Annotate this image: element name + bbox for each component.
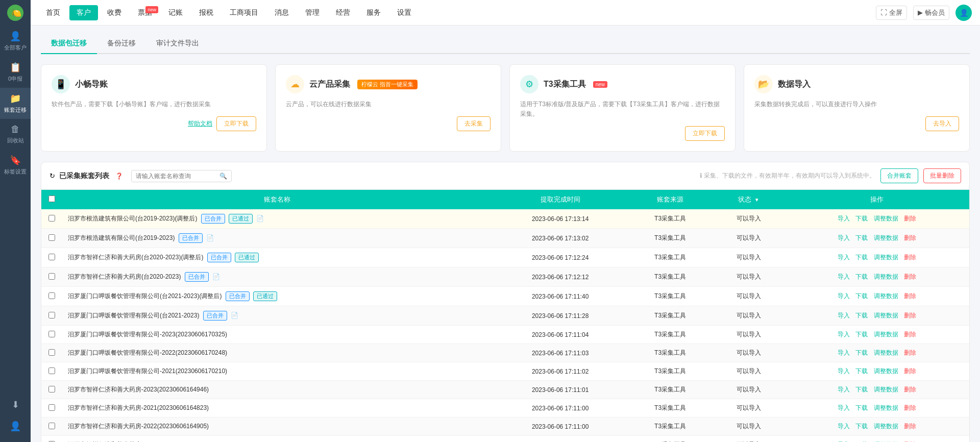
topnav-message[interactable]: 消息 — [267, 5, 296, 20]
action-adjust[interactable]: 调整数据 — [874, 404, 898, 411]
select-all-checkbox[interactable] — [48, 195, 55, 202]
topnav-operation[interactable]: 经营 — [329, 5, 357, 20]
action-adjust[interactable]: 调整数据 — [874, 254, 898, 261]
action-download[interactable]: 下载 — [855, 331, 868, 338]
fullscreen-button[interactable]: ⛶ 全屏 — [876, 6, 907, 20]
action-download[interactable]: 下载 — [855, 404, 868, 411]
action-delete[interactable]: 删除 — [904, 423, 916, 430]
action-import[interactable]: 导入 — [838, 254, 850, 261]
action-download[interactable]: 下载 — [855, 234, 868, 241]
row-checkbox[interactable] — [48, 404, 55, 411]
row-checkbox[interactable] — [48, 349, 55, 356]
tab-audit-export[interactable]: 审计文件导出 — [146, 34, 209, 54]
action-adjust[interactable]: 调整数据 — [874, 292, 898, 300]
action-adjust[interactable]: 调整数据 — [874, 423, 898, 430]
action-adjust[interactable]: 调整数据 — [874, 273, 898, 280]
action-import[interactable]: 导入 — [838, 331, 850, 338]
sidebar-download[interactable]: ⬇ — [0, 394, 31, 415]
app-logo[interactable]: 🍋 — [0, 0, 31, 26]
batch-delete-btn[interactable]: 批量删除 — [923, 168, 961, 183]
file-icon[interactable]: 📄 — [256, 215, 264, 222]
action-download[interactable]: 下载 — [855, 367, 868, 375]
action-download[interactable]: 下载 — [855, 349, 868, 356]
sidebar-item-tag-settings[interactable]: 🔖 标签设置 — [0, 150, 31, 181]
action-delete[interactable]: 删除 — [904, 234, 916, 241]
action-download[interactable]: 下载 — [855, 292, 868, 300]
topnav-accounting[interactable]: 记账 — [161, 5, 190, 20]
row-checkbox[interactable] — [48, 423, 55, 429]
sidebar-item-account-migrate[interactable]: 📁 账套迁移 — [0, 88, 31, 119]
action-adjust[interactable]: 调整数据 — [874, 349, 898, 356]
row-checkbox[interactable] — [48, 367, 55, 374]
merge-btn[interactable]: 合并账套 — [880, 168, 918, 183]
action-download[interactable]: 下载 — [855, 312, 868, 319]
tab-data-migrate[interactable]: 数据包迁移 — [41, 34, 97, 54]
row-checkbox[interactable] — [48, 331, 55, 337]
row-checkbox[interactable] — [48, 312, 55, 318]
topnav-service[interactable]: 服务 — [359, 5, 388, 20]
action-delete[interactable]: 删除 — [904, 404, 916, 411]
search-input[interactable] — [136, 173, 217, 180]
action-delete[interactable]: 删除 — [904, 367, 916, 375]
action-delete[interactable]: 删除 — [904, 312, 916, 319]
action-download[interactable]: 下载 — [855, 273, 868, 280]
action-delete[interactable]: 删除 — [904, 273, 916, 280]
action-import[interactable]: 导入 — [838, 349, 850, 356]
row-checkbox[interactable] — [48, 386, 55, 392]
action-adjust[interactable]: 调整数据 — [874, 367, 898, 375]
sidebar-user[interactable]: 👤 — [0, 415, 31, 437]
avatar[interactable]: 👤 — [955, 5, 972, 21]
sidebar-item-trash[interactable]: 🗑 回收站 — [0, 119, 31, 150]
file-icon[interactable]: 📄 — [231, 312, 238, 319]
collect-btn-yunpincai[interactable]: 去采集 — [457, 116, 491, 131]
topnav-home[interactable]: 首页 — [39, 5, 67, 20]
action-delete[interactable]: 删除 — [904, 254, 916, 261]
action-import[interactable]: 导入 — [838, 312, 850, 319]
download-btn-xiaochangdaozhang[interactable]: 立即下载 — [216, 116, 256, 131]
topnav-settings[interactable]: 设置 — [390, 5, 419, 20]
action-delete[interactable]: 删除 — [904, 292, 916, 300]
action-import[interactable]: 导入 — [838, 273, 850, 280]
topnav-client[interactable]: 客户 — [69, 5, 98, 20]
row-checkbox[interactable] — [48, 234, 55, 241]
status-sort-icon[interactable]: ▼ — [754, 197, 760, 203]
action-import[interactable]: 导入 — [838, 423, 850, 430]
topnav-management[interactable]: 管理 — [298, 5, 327, 20]
action-delete[interactable]: 删除 — [904, 215, 916, 222]
action-import[interactable]: 导入 — [838, 292, 850, 300]
list-tip-icon[interactable]: ❓ — [115, 173, 123, 180]
action-adjust[interactable]: 调整数据 — [874, 386, 898, 393]
action-adjust[interactable]: 调整数据 — [874, 215, 898, 222]
action-import[interactable]: 导入 — [838, 234, 850, 241]
action-import[interactable]: 导入 — [838, 386, 850, 393]
member-button[interactable]: ▶ 畅会员 — [913, 6, 949, 20]
file-icon[interactable]: 📄 — [206, 234, 214, 241]
action-delete[interactable]: 删除 — [904, 386, 916, 393]
action-download[interactable]: 下载 — [855, 254, 868, 261]
topnav-billing[interactable]: 收费 — [100, 5, 129, 20]
action-delete[interactable]: 删除 — [904, 349, 916, 356]
file-icon[interactable]: 📄 — [212, 273, 220, 280]
row-checkbox[interactable] — [48, 254, 55, 260]
refresh-icon[interactable]: ↻ — [50, 172, 55, 180]
row-checkbox[interactable] — [48, 273, 55, 280]
download-btn-t3tool[interactable]: 立即下载 — [685, 126, 725, 141]
action-download[interactable]: 下载 — [855, 215, 868, 222]
action-import[interactable]: 导入 — [838, 367, 850, 375]
action-adjust[interactable]: 调整数据 — [874, 234, 898, 241]
action-adjust[interactable]: 调整数据 — [874, 312, 898, 319]
search-icon[interactable]: 🔍 — [219, 173, 227, 180]
row-checkbox[interactable] — [48, 292, 55, 299]
topnav-business[interactable]: 工商项目 — [223, 5, 265, 20]
help-doc-link[interactable]: 帮助文档 — [188, 119, 212, 128]
action-download[interactable]: 下载 — [855, 423, 868, 430]
action-import[interactable]: 导入 — [838, 215, 850, 222]
action-download[interactable]: 下载 — [855, 386, 868, 393]
tab-backup-migrate[interactable]: 备份迁移 — [97, 34, 146, 54]
import-btn-dataimport[interactable]: 去导入 — [925, 116, 959, 131]
topnav-tax[interactable]: 报税 — [192, 5, 220, 20]
action-delete[interactable]: 删除 — [904, 331, 916, 338]
sidebar-item-all-clients[interactable]: 👤 全部客户 — [0, 26, 31, 57]
topnav-invoice[interactable]: 票据 new — [131, 5, 159, 20]
row-checkbox[interactable] — [48, 215, 55, 222]
